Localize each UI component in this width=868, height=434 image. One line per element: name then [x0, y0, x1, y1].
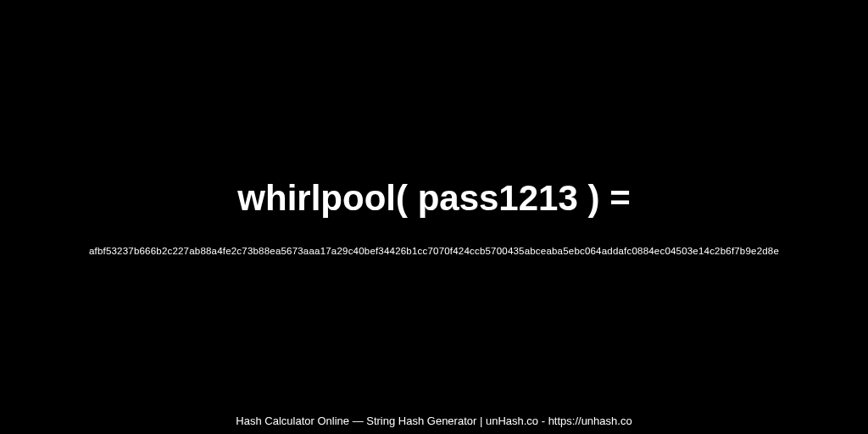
- hash-output: afbf53237b666b2c227ab88a4fe2c73b88ea5673…: [89, 246, 779, 256]
- hash-expression: whirlpool( pass1213 ) =: [237, 178, 630, 219]
- main-content: whirlpool( pass1213 ) = afbf53237b666b2c…: [0, 0, 868, 434]
- footer-text: Hash Calculator Online — String Hash Gen…: [0, 415, 868, 427]
